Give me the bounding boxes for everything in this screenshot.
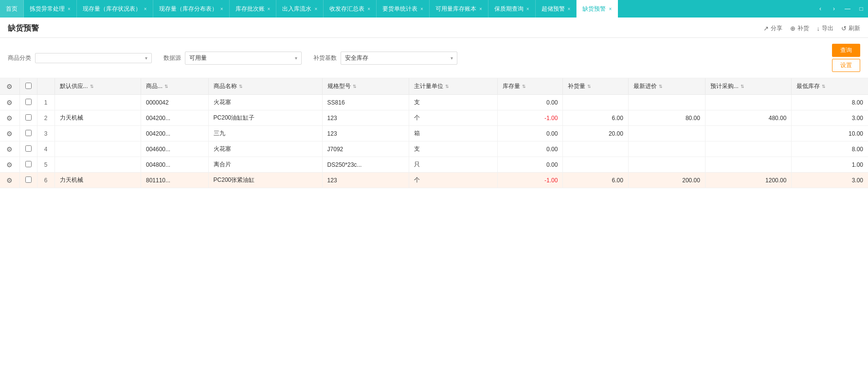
row-gear-1[interactable]: ⚙ [6, 114, 13, 122]
cell-checkbox-1 [19, 110, 37, 126]
row-checkbox-4[interactable] [25, 161, 32, 167]
tab-inventory-status[interactable]: 现存量（库存状况表） × [77, 0, 153, 18]
cell-min-stock-5: 3.00 [792, 173, 868, 188]
settings-button[interactable]: 设置 [832, 59, 860, 72]
sort-stock[interactable]: 库存量 ⇅ [503, 82, 558, 90]
cell-unit-0: 支 [409, 95, 497, 110]
tab-close-avail[interactable]: × [479, 6, 482, 12]
sort-product-code[interactable]: 商品... ⇅ [146, 82, 203, 90]
cell-gear-2: ⚙ [0, 126, 19, 141]
category-select[interactable]: ▾ [35, 53, 152, 63]
tab-close-batch[interactable]: × [268, 6, 271, 12]
cell-num-2: 3 [37, 126, 54, 141]
replenish-select[interactable]: 安全库存 ▾ [341, 52, 457, 65]
share-icon: ↗ [763, 25, 769, 32]
row-checkbox-1[interactable] [25, 114, 32, 121]
th-spec: 规格型号 ⇅ [322, 78, 409, 95]
cell-checkbox-5 [19, 173, 37, 188]
tab-minimize[interactable]: — [841, 0, 854, 18]
tab-shortage[interactable]: 缺货预警 × [577, 0, 618, 18]
cell-replenish-qty-0 [563, 95, 629, 110]
cell-gear-5: ⚙ [0, 173, 19, 188]
cell-min-stock-1: 3.00 [792, 110, 868, 126]
row-checkbox-3[interactable] [25, 145, 32, 152]
datasource-select[interactable]: 可用量 ▾ [185, 52, 302, 65]
tab-maximize[interactable]: □ [854, 0, 868, 18]
tab-close-shortage[interactable]: × [609, 6, 612, 12]
th-gear: ⚙ [0, 78, 19, 95]
cell-replenish-qty-1: 6.00 [563, 110, 629, 126]
tab-nav-prev[interactable]: ‹ [814, 0, 827, 18]
row-checkbox-2[interactable] [25, 130, 32, 136]
row-checkbox-5[interactable] [25, 176, 32, 183]
table-row: ⚙ 2 力天机械 004200... PC200油缸缸子 123 个 -1.00… [0, 110, 868, 126]
query-button[interactable]: 查询 [832, 44, 860, 57]
cell-est-purchase-1: 480.00 [705, 110, 792, 126]
cell-unit-2: 箱 [409, 126, 497, 141]
row-gear-3[interactable]: ⚙ [6, 145, 13, 153]
cell-stock-4: 0.00 [497, 157, 563, 173]
sort-latest-price[interactable]: 最新进价 ⇅ [633, 82, 700, 90]
cell-name-1: PC200油缸缸子 [208, 110, 322, 126]
tab-order-stats[interactable]: 要货单统计表 × [377, 0, 430, 18]
cell-est-purchase-0 [705, 95, 792, 110]
tab-abnormal[interactable]: 拣货异常处理 × [24, 0, 77, 18]
tab-overstock[interactable]: 超储预警 × [536, 0, 577, 18]
column-settings-button[interactable]: ⚙ [6, 83, 13, 90]
tab-close-collect[interactable]: × [367, 6, 370, 12]
cell-spec-2: 123 [322, 126, 409, 141]
cell-gear-1: ⚙ [0, 110, 19, 126]
sort-supplier[interactable]: 默认供应... ⇅ [60, 82, 136, 90]
refresh-button[interactable]: ↺ 刷新 [841, 24, 860, 33]
table-row: ⚙ 5 004800... 离合片 DS250*23c... 只 0.00 1.… [0, 157, 868, 173]
tab-close-inv-status[interactable]: × [144, 6, 147, 12]
row-gear-5[interactable]: ⚙ [6, 176, 13, 184]
cell-replenish-qty-2: 20.00 [563, 126, 629, 141]
replenish-select-value: 安全库存 [345, 54, 368, 62]
cell-latest-price-4 [628, 157, 705, 173]
tab-expiry-query[interactable]: 保质期查询 × [488, 0, 536, 18]
row-gear-2[interactable]: ⚙ [6, 130, 13, 138]
cell-supplier-1: 力天机械 [54, 110, 141, 126]
sort-product-name[interactable]: 商品名称 ⇅ [214, 82, 317, 90]
cell-gear-3: ⚙ [0, 141, 19, 157]
cell-replenish-qty-5: 6.00 [563, 173, 629, 188]
tab-close-abnormal[interactable]: × [68, 6, 71, 12]
tab-available-ledger[interactable]: 可用量库存账本 × [430, 0, 488, 18]
table-row: ⚙ 3 004200... 三九 123 箱 0.00 20.00 10.00 [0, 126, 868, 141]
tab-collect-summary[interactable]: 收发存汇总表 × [324, 0, 377, 18]
row-gear-4[interactable]: ⚙ [6, 161, 13, 169]
tab-inventory-dist[interactable]: 现存量（库存分布表） × [153, 0, 230, 18]
share-button[interactable]: ↗ 分享 [763, 24, 782, 33]
sort-replenish-qty[interactable]: 补货量 ⇅ [568, 82, 623, 90]
sort-spec[interactable]: 规格型号 ⇅ [327, 82, 404, 90]
sort-unit[interactable]: 主计量单位 ⇅ [414, 82, 492, 90]
tab-close-order[interactable]: × [420, 6, 423, 12]
tab-batch-account[interactable]: 库存批次账 × [230, 0, 277, 18]
tab-close-overstock[interactable]: × [568, 6, 571, 12]
cell-unit-5: 个 [409, 173, 497, 188]
cell-supplier-3 [54, 141, 141, 157]
row-checkbox-0[interactable] [25, 99, 32, 105]
tab-nav-next[interactable]: › [827, 0, 841, 18]
replenish-button[interactable]: ⊕ 补货 [790, 24, 809, 33]
tab-home[interactable]: 首页 [0, 0, 24, 18]
cell-spec-3: J7092 [322, 141, 409, 157]
th-supplier: 默认供应... ⇅ [54, 78, 141, 95]
filter-bar: 商品分类 ▾ 数据源 可用量 ▾ 补货基数 安全库存 ▾ 查询 设置 [0, 38, 868, 78]
tab-close-inout[interactable]: × [314, 6, 317, 12]
select-all-checkbox[interactable] [25, 83, 32, 89]
cell-num-0: 1 [37, 95, 54, 110]
sort-icon-stock: ⇅ [522, 84, 526, 89]
cell-latest-price-2 [628, 126, 705, 141]
cell-code-4: 004800... [141, 157, 209, 173]
row-gear-0[interactable]: ⚙ [6, 99, 13, 106]
export-button[interactable]: ↓ 导出 [817, 24, 834, 33]
cell-code-3: 004600... [141, 141, 209, 157]
sort-est-purchase[interactable]: 预计采购... ⇅ [710, 82, 787, 90]
tab-inout-flow[interactable]: 出入库流水 × [276, 0, 324, 18]
filter-actions: 查询 设置 [832, 44, 860, 72]
tab-close-inv-dist[interactable]: × [220, 6, 223, 12]
tab-close-expiry[interactable]: × [526, 6, 529, 12]
sort-min-stock[interactable]: 最低库存 ⇅ [796, 82, 863, 90]
